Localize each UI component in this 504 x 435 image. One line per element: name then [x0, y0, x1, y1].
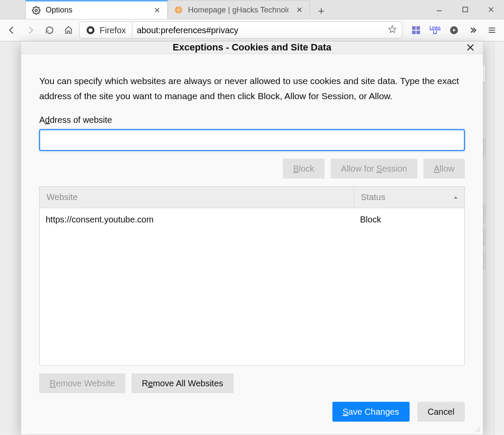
- svg-rect-12: [416, 31, 420, 34]
- dialog-title: Exceptions - Cookies and Site Data: [173, 42, 332, 53]
- overflow-button[interactable]: [464, 22, 482, 38]
- tab-close-button[interactable]: ✕: [151, 5, 163, 16]
- cancel-button[interactable]: Cancel: [417, 402, 465, 422]
- forward-button[interactable]: [22, 22, 39, 38]
- permission-buttons: Block Allow for Session Allow: [39, 159, 465, 178]
- bookmark-star-button[interactable]: [383, 25, 402, 36]
- svg-point-27: [477, 431, 478, 432]
- dialog-instructions: You can specify which websites are alway…: [39, 73, 465, 104]
- tab-options[interactable]: Options ✕: [25, 0, 168, 19]
- toolbar-right: Links: [405, 22, 501, 38]
- svg-point-26: [476, 431, 476, 432]
- grid-icon[interactable]: [407, 22, 425, 38]
- titlebar: Options ✕ Homepage | gHacks Technolog ✕ …: [0, 0, 504, 19]
- svg-rect-11: [412, 31, 416, 34]
- dialog-header: Exceptions - Cookies and Site Data: [21, 41, 483, 54]
- scroll-up-icon[interactable]: [496, 43, 503, 50]
- scroll-down-icon[interactable]: [496, 426, 503, 433]
- svg-rect-10: [416, 26, 420, 30]
- site-icon: [174, 6, 183, 14]
- column-website[interactable]: Website: [40, 187, 354, 208]
- svg-point-7: [88, 28, 92, 32]
- identity-box[interactable]: Firefox: [80, 22, 132, 38]
- exceptions-dialog: Exceptions - Cookies and Site Data You c…: [21, 41, 483, 435]
- svg-marker-22: [454, 196, 457, 198]
- cell-website: https://consent.youtube.com: [40, 208, 354, 231]
- links-icon[interactable]: Links: [426, 22, 444, 38]
- remove-website-button[interactable]: Remove Website: [39, 373, 125, 393]
- save-changes-button[interactable]: Save Changes: [332, 402, 410, 422]
- play-icon[interactable]: [445, 22, 463, 38]
- nav-toolbar: Firefox Links: [0, 19, 504, 41]
- back-button[interactable]: [3, 22, 20, 38]
- window-controls: [426, 0, 504, 19]
- url-bar[interactable]: Firefox: [79, 22, 402, 39]
- cell-status: Block: [354, 208, 464, 231]
- tab-homepage[interactable]: Homepage | gHacks Technolog ✕: [168, 0, 310, 19]
- address-label: Address of website: [39, 115, 465, 125]
- identity-label: Firefox: [100, 25, 126, 35]
- close-window-button[interactable]: [478, 3, 504, 16]
- remove-all-button[interactable]: Remove All Websites: [131, 373, 234, 393]
- tab-close-button[interactable]: ✕: [294, 4, 305, 16]
- table-body: https://consent.youtube.com Block: [40, 208, 464, 365]
- svg-point-0: [35, 9, 38, 11]
- tab-label: Homepage | gHacks Technolog: [188, 6, 288, 15]
- resize-grip-icon[interactable]: [474, 426, 481, 433]
- home-button[interactable]: [60, 22, 77, 38]
- reload-button[interactable]: [41, 22, 58, 38]
- svg-point-23: [479, 427, 480, 428]
- remove-buttons: Remove Website Remove All Websites: [39, 373, 465, 393]
- svg-rect-3: [463, 7, 468, 12]
- menu-button[interactable]: [483, 22, 501, 38]
- firefox-icon: [86, 25, 95, 35]
- allow-button[interactable]: Allow: [423, 159, 465, 178]
- svg-point-25: [479, 429, 480, 430]
- svg-marker-8: [389, 25, 396, 32]
- column-status[interactable]: Status: [354, 187, 464, 208]
- svg-rect-9: [412, 26, 416, 30]
- gear-icon: [32, 6, 41, 15]
- sort-asc-icon: [453, 192, 458, 202]
- url-input[interactable]: [132, 25, 383, 35]
- minimize-button[interactable]: [426, 3, 452, 16]
- dialog-close-button[interactable]: [462, 39, 479, 56]
- svg-point-24: [477, 429, 478, 430]
- tab-strip: Options ✕ Homepage | gHacks Technolog ✕ …: [25, 0, 426, 19]
- address-input[interactable]: [39, 129, 465, 151]
- svg-point-28: [479, 431, 480, 432]
- table-header: Website Status: [40, 187, 464, 208]
- new-tab-button[interactable]: +: [313, 3, 330, 19]
- block-button[interactable]: Block: [283, 159, 325, 178]
- tab-label: Options: [46, 6, 146, 15]
- svg-marker-18: [497, 45, 501, 48]
- allow-session-button[interactable]: Allow for Session: [331, 159, 417, 178]
- maximize-button[interactable]: [452, 3, 478, 16]
- dialog-footer: Save Changes Cancel: [21, 397, 483, 435]
- svg-marker-19: [497, 429, 501, 432]
- sites-table: Website Status https://consent.youtube.c…: [39, 186, 465, 366]
- table-row[interactable]: https://consent.youtube.com Block: [40, 208, 464, 231]
